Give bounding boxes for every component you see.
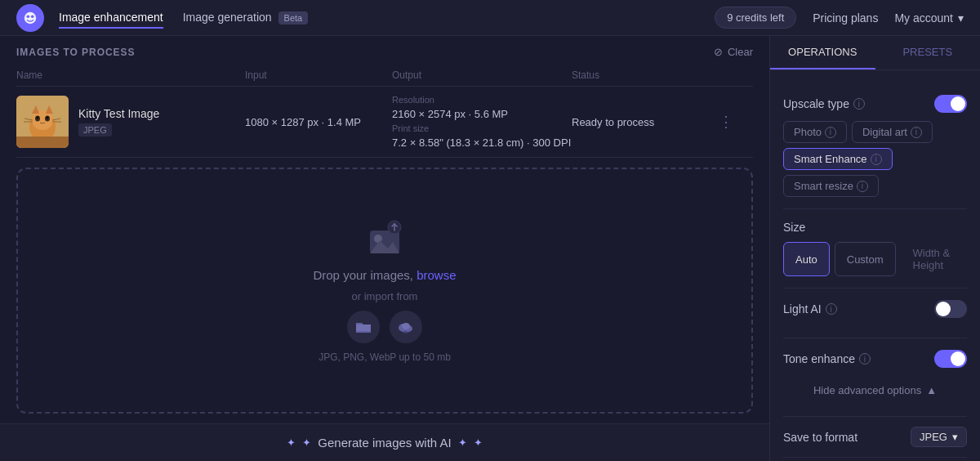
- col-header-input: Input: [245, 69, 392, 81]
- sparkle-icon-left2: ✦: [302, 436, 311, 449]
- images-table: Name Input Output Status: [0, 65, 769, 158]
- tone-enhance-toggle[interactable]: [934, 350, 967, 368]
- chevron-down-icon: ▾: [958, 11, 964, 25]
- settings-content: Upscale type i Photo i Digital art i: [770, 70, 980, 461]
- type-digital-art-button[interactable]: Digital art i: [852, 121, 933, 143]
- tab-operations[interactable]: OPERATIONS: [770, 36, 875, 69]
- cloud-import-button[interactable]: [390, 311, 422, 343]
- sparkle-icon-right: ✦: [458, 436, 467, 449]
- tab-image-enhancement[interactable]: Image enhancement: [59, 7, 163, 29]
- output-cell: Resolution 2160 × 2574 px · 5.6 MP Print…: [392, 95, 572, 149]
- upscale-type-label: Upscale type i: [783, 97, 865, 110]
- pricing-plans-link[interactable]: Pricing plans: [813, 11, 878, 25]
- hide-advanced-label: Hide advanced options: [813, 384, 921, 396]
- size-label: Size: [783, 221, 805, 234]
- generate-banner-text: Generate images with AI: [318, 436, 451, 450]
- panel-tabs: OPERATIONS PRESETS: [770, 36, 980, 70]
- type-photo-button[interactable]: Photo i: [783, 121, 847, 143]
- images-header: IMAGES TO PROCESS ⊘ Clear: [0, 36, 769, 65]
- drop-zone[interactable]: Drop your images, browse or import from: [16, 168, 753, 414]
- clear-label: Clear: [728, 46, 753, 58]
- light-ai-info-icon[interactable]: i: [826, 303, 837, 315]
- size-buttons: Auto Custom Width & Height: [783, 242, 967, 276]
- more-options-button[interactable]: ⋮: [719, 113, 751, 131]
- hide-advanced-options[interactable]: Hide advanced options ▲: [783, 376, 967, 405]
- col-header-name: Name: [16, 69, 245, 81]
- digital-art-info-icon[interactable]: i: [911, 127, 922, 138]
- save-format-row: Save to format JPEG ▾: [783, 417, 967, 458]
- size-auto-button[interactable]: Auto: [783, 242, 830, 276]
- output-resolution: 2160 × 2574 px · 5.6 MP: [392, 108, 572, 120]
- toggle-knob: [951, 96, 965, 111]
- smart-resize-info-icon[interactable]: i: [857, 181, 868, 192]
- format-value: JPEG: [920, 431, 947, 443]
- input-dimensions: 1080 × 1287 px · 1.4 MP: [245, 116, 361, 128]
- chevron-up-icon: ▲: [926, 384, 937, 396]
- type-photo-label: Photo: [794, 126, 822, 138]
- folder-import-button[interactable]: [347, 311, 380, 343]
- clear-icon: ⊘: [714, 46, 723, 58]
- svg-point-10: [37, 116, 39, 119]
- col-header-actions: [719, 69, 751, 81]
- left-panel: IMAGES TO PROCESS ⊘ Clear Name Input Out…: [0, 36, 769, 461]
- tone-enhance-label: Tone enhance i: [783, 352, 871, 365]
- table-row: Kitty Test Image JPEG 1080 × 1287 px · 1…: [16, 87, 753, 158]
- browse-link[interactable]: browse: [416, 268, 456, 282]
- input-cell: 1080 × 1287 px · 1.4 MP: [245, 116, 392, 128]
- right-panel: OPERATIONS PRESETS Upscale type i: [769, 36, 980, 461]
- file-name: Kitty Test Image: [78, 107, 159, 120]
- svg-point-1: [27, 15, 30, 18]
- type-digital-label: Digital art: [862, 126, 907, 138]
- light-ai-section: Light AI i: [783, 289, 967, 338]
- light-ai-toggle[interactable]: [934, 300, 967, 318]
- tone-enhance-toggle-knob: [951, 351, 965, 366]
- size-wh-label: Width & Height: [901, 242, 967, 276]
- tone-enhance-row: Tone enhance i: [783, 350, 967, 368]
- main-layout: IMAGES TO PROCESS ⊘ Clear Name Input Out…: [0, 36, 980, 461]
- account-label: My account: [894, 11, 953, 25]
- type-smart-resize-button[interactable]: Smart resize i: [783, 175, 879, 197]
- beta-badge: Beta: [278, 11, 309, 25]
- status-cell: Ready to process: [572, 116, 719, 128]
- col-header-output: Output: [392, 69, 572, 81]
- images-to-process-title: IMAGES TO PROCESS: [16, 47, 135, 58]
- svg-point-11: [47, 116, 49, 119]
- file-thumbnail: [16, 96, 69, 148]
- drop-text: Drop your images, browse: [313, 268, 456, 282]
- size-custom-button[interactable]: Custom: [835, 242, 896, 276]
- upscale-type-info-icon[interactable]: i: [853, 98, 865, 110]
- file-type-badge: JPEG: [78, 123, 112, 137]
- output-print-label: Print size: [392, 123, 572, 133]
- output-res-label: Resolution: [392, 95, 572, 105]
- format-select[interactable]: JPEG ▾: [911, 427, 967, 447]
- upscale-type-buttons: Photo i Digital art i Smart Enhance i Sm…: [783, 121, 967, 197]
- table-header: Name Input Output Status: [16, 65, 753, 87]
- tab-presets[interactable]: PRESETS: [875, 36, 981, 69]
- credits-display: 9 credits left: [715, 7, 796, 29]
- light-ai-row: Light AI i: [783, 300, 967, 318]
- upscale-type-section: Upscale type i Photo i Digital art i: [783, 83, 967, 209]
- generate-ai-banner[interactable]: ✦ ✦ Generate images with AI ✦ ✦: [0, 423, 769, 461]
- type-smart-enhance-label: Smart Enhance: [794, 153, 867, 165]
- clear-button[interactable]: ⊘ Clear: [714, 46, 753, 58]
- tone-enhance-info-icon[interactable]: i: [859, 353, 871, 365]
- upscale-type-toggle[interactable]: [934, 95, 967, 113]
- col-header-status: Status: [572, 69, 719, 81]
- app-logo: [16, 4, 44, 32]
- type-smart-enhance-button[interactable]: Smart Enhance i: [783, 148, 893, 170]
- size-label-row: Size: [783, 221, 967, 234]
- save-format-label: Save to format: [783, 431, 858, 444]
- svg-rect-16: [16, 137, 69, 148]
- svg-point-2: [31, 15, 34, 18]
- tab-image-generation[interactable]: Image generation: [183, 7, 272, 29]
- smart-enhance-info-icon[interactable]: i: [871, 154, 882, 165]
- account-button[interactable]: My account ▾: [894, 11, 964, 25]
- photo-info-icon[interactable]: i: [825, 127, 836, 138]
- svg-point-0: [24, 11, 36, 23]
- type-smart-resize-label: Smart resize: [794, 180, 853, 192]
- svg-point-26: [402, 323, 410, 329]
- top-navigation: Image enhancement Image generation Beta …: [0, 0, 980, 36]
- upload-icon: [363, 219, 406, 260]
- status-text: Ready to process: [572, 116, 654, 128]
- upscale-type-row: Upscale type i: [783, 95, 967, 113]
